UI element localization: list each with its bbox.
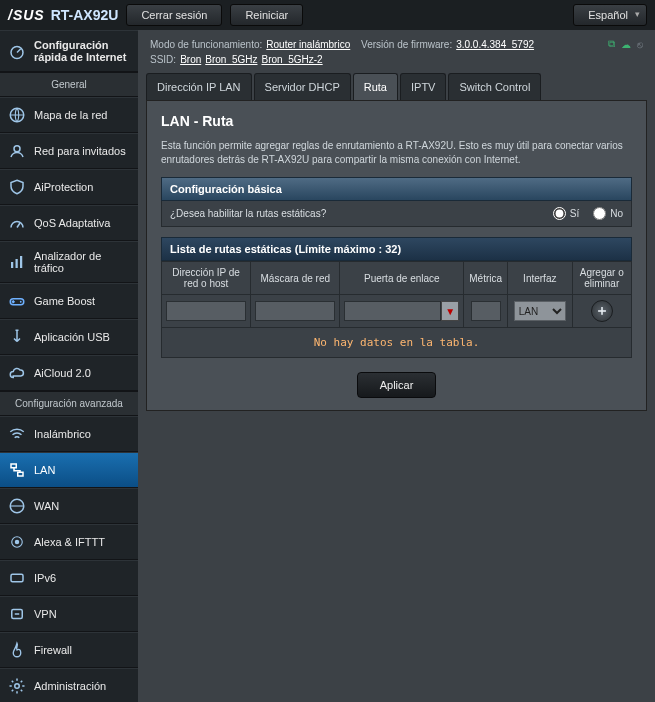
routes-table: Dirección IP de red o host Máscara de re… [161, 261, 632, 328]
sidebar-section-general: General [0, 72, 138, 97]
sidebar-item-qis[interactable]: Configuración rápida de Internet [0, 30, 138, 72]
svg-rect-11 [18, 472, 23, 476]
info-row-mode: Modo de funcionamiento: Router inalámbri… [146, 36, 647, 52]
sidebar-item-wireless[interactable]: Inalámbrico [0, 416, 138, 452]
radio-no[interactable]: No [593, 207, 623, 220]
svg-rect-10 [11, 464, 16, 468]
sidebar-item-aiprotection[interactable]: AiProtection [0, 169, 138, 205]
guest-icon [8, 142, 26, 160]
col-action: Agregar o eliminar [572, 262, 632, 295]
sidebar-item-ipv6[interactable]: IPv6 [0, 560, 138, 596]
aimesh-icon[interactable]: ☁ [621, 39, 631, 50]
col-mask: Máscara de red [251, 262, 340, 295]
static-routes-question: ¿Desea habilitar la rutas estáticas? [170, 208, 539, 219]
gateway-input[interactable] [344, 301, 441, 321]
brand-model: RT-AX92U [51, 7, 119, 23]
tab-dhcp-server[interactable]: Servidor DHCP [254, 73, 351, 100]
sidebar-item-label: Alexa & IFTTT [34, 536, 105, 548]
svg-rect-15 [11, 574, 23, 582]
gear-icon [8, 677, 26, 695]
page-title: LAN - Ruta [161, 113, 632, 129]
sidebar-item-label: Firewall [34, 644, 72, 656]
sidebar-item-guest-network[interactable]: Red para invitados [0, 133, 138, 169]
sidebar-item-label: Inalámbrico [34, 428, 91, 440]
sidebar-item-game-boost[interactable]: Game Boost [0, 283, 138, 319]
sidebar-item-network-map[interactable]: Mapa de la red [0, 97, 138, 133]
speedometer-icon [8, 214, 26, 232]
mesh-icon[interactable]: ⧉ [608, 38, 615, 50]
route-input-row: ▼ LAN ＋ [162, 295, 632, 328]
routes-list-header: Lista de rutas estáticas (Límite máximo … [161, 237, 632, 261]
chart-icon [8, 253, 26, 271]
sidebar-item-alexa-ifttt[interactable]: Alexa & IFTTT [0, 524, 138, 560]
sidebar-item-label: LAN [34, 464, 55, 476]
sidebar-item-aicloud[interactable]: AiCloud 2.0 [0, 355, 138, 391]
ssid-value-2[interactable]: Bron_5GHz [205, 54, 257, 65]
ssid-value-3[interactable]: Bron_5GHz-2 [262, 54, 323, 65]
sidebar-item-label: AiProtection [34, 181, 93, 193]
shield-icon [8, 178, 26, 196]
tab-switch-control[interactable]: Switch Control [448, 73, 541, 100]
svg-point-9 [20, 301, 22, 303]
svg-rect-7 [20, 256, 22, 268]
col-interface: Interfaz [508, 262, 572, 295]
sidebar-item-label: Analizador de tráfico [34, 250, 130, 274]
svg-line-4 [17, 223, 20, 228]
sidebar-item-usb-app[interactable]: Aplicación USB [0, 319, 138, 355]
fire-icon [8, 641, 26, 659]
svg-point-3 [14, 146, 20, 152]
sidebar-item-vpn[interactable]: VPN [0, 596, 138, 632]
sidebar-item-lan[interactable]: LAN [0, 452, 138, 488]
sidebar-item-label: Red para invitados [34, 145, 126, 157]
reboot-button[interactable]: Reiniciar [230, 4, 303, 26]
add-route-button[interactable]: ＋ [591, 300, 613, 322]
usb-status-icon[interactable]: ⎋ [637, 39, 643, 50]
interface-select[interactable]: LAN [514, 301, 566, 321]
page-description: Esta función permite agregar reglas de e… [161, 139, 632, 167]
radio-yes[interactable]: Sí [553, 207, 579, 220]
metric-input[interactable] [471, 301, 501, 321]
sidebar-item-qos[interactable]: QoS Adaptativa [0, 205, 138, 241]
netmask-input[interactable] [255, 301, 335, 321]
svg-rect-5 [11, 262, 13, 268]
col-gateway: Puerta de enlace [340, 262, 464, 295]
sidebar-item-traffic-analyzer[interactable]: Analizador de tráfico [0, 241, 138, 283]
tab-iptv[interactable]: IPTV [400, 73, 446, 100]
tab-route[interactable]: Ruta [353, 73, 398, 100]
fw-value[interactable]: 3.0.0.4.384_5792 [456, 39, 534, 50]
mode-label: Modo de funcionamiento: [150, 39, 262, 50]
static-routes-enable-row: ¿Desea habilitar la rutas estáticas? Sí … [161, 201, 632, 227]
voice-icon [8, 533, 26, 551]
language-dropdown[interactable]: Español [573, 4, 647, 26]
col-ip: Dirección IP de red o host [162, 262, 251, 295]
gateway-dropdown-icon[interactable]: ▼ [441, 301, 459, 321]
tab-lan-ip[interactable]: Dirección IP LAN [146, 73, 252, 100]
basic-config-header: Configuración básica [161, 177, 632, 201]
ip-input[interactable] [166, 301, 246, 321]
globe-icon [8, 497, 26, 515]
gauge-icon [8, 42, 26, 60]
globe-icon [8, 106, 26, 124]
apply-button[interactable]: Aplicar [357, 372, 437, 398]
lan-icon [8, 461, 26, 479]
sidebar-item-label: VPN [34, 608, 57, 620]
sidebar-item-firewall[interactable]: Firewall [0, 632, 138, 668]
mode-value[interactable]: Router inalámbrico [266, 39, 350, 50]
ssid-label: SSID: [150, 54, 176, 65]
no-data-message: No hay datos en la tabla. [161, 328, 632, 358]
col-metric: Métrica [464, 262, 508, 295]
sidebar-item-label: IPv6 [34, 572, 56, 584]
svg-point-13 [15, 540, 20, 545]
sidebar-item-wan[interactable]: WAN [0, 488, 138, 524]
tab-bar: Dirección IP LAN Servidor DHCP Ruta IPTV… [146, 73, 647, 101]
gamepad-icon [8, 292, 26, 310]
sidebar-item-label: WAN [34, 500, 59, 512]
sidebar-item-administration[interactable]: Administración [0, 668, 138, 702]
route-panel: LAN - Ruta Esta función permite agregar … [146, 101, 647, 411]
svg-point-17 [15, 684, 20, 689]
content-panel: Modo de funcionamiento: Router inalámbri… [138, 30, 655, 702]
brand: /SUS RT-AX92U [8, 7, 118, 23]
logout-button[interactable]: Cerrar sesión [126, 4, 222, 26]
ssid-value-1[interactable]: Bron [180, 54, 201, 65]
sidebar-item-label: Mapa de la red [34, 109, 107, 121]
